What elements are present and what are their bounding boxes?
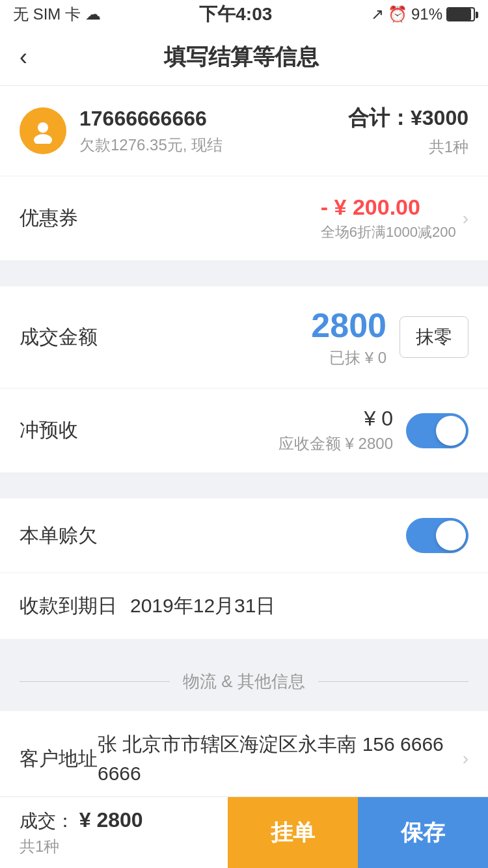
address-row[interactable]: 客户地址 张 北京市市辖区海淀区永丰南 156 6666 6666 › <box>0 711 488 806</box>
toggle-knob <box>436 416 466 446</box>
due-date-value: 2019年12月31日 <box>130 593 275 619</box>
sim-status: 无 SIM 卡 ☁ <box>13 4 101 25</box>
amount-row: 成交金额 2800 已抹 ¥ 0 抹零 <box>0 286 488 388</box>
customer-info: 17666666666 欠款1276.35元, 现结 <box>79 107 348 156</box>
customer-sub-info: 欠款1276.35元, 现结 <box>79 135 348 156</box>
customer-total: 合计：¥3000 共1种 <box>348 104 468 157</box>
section-line-left <box>20 681 170 682</box>
amount-label: 成交金额 <box>20 324 311 351</box>
bottom-sub: 共1种 <box>20 836 208 857</box>
status-bar: 无 SIM 卡 ☁ 下午4:03 ↗ ⏰ 91% <box>0 0 488 29</box>
total-amount: 合计：¥3000 <box>348 104 468 133</box>
address-label: 客户地址 <box>20 746 98 772</box>
bottom-bar: 成交： ¥ 2800 共1种 挂单 保存 <box>0 796 488 868</box>
debt-toggle[interactable] <box>406 518 468 553</box>
prepay-amount: ¥ 0 <box>278 407 393 431</box>
address-value: 张 北京市市辖区海淀区永丰南 156 6666 6666 <box>98 729 463 788</box>
debt-row: 本单赊欠 <box>0 498 488 573</box>
prepay-label: 冲预收 <box>20 417 278 444</box>
round-button[interactable]: 抹零 <box>400 316 468 358</box>
coupon-right: - ¥ 200.00 全场6折满1000减200 › <box>321 195 468 242</box>
coupon-info: - ¥ 200.00 全场6折满1000减200 <box>321 195 456 242</box>
customer-row: 17666666666 欠款1276.35元, 现结 合计：¥3000 共1种 <box>0 86 488 176</box>
prepay-toggle[interactable] <box>406 413 468 448</box>
back-button[interactable]: ‹ <box>20 44 27 71</box>
amount-value-wrap: 2800 已抹 ¥ 0 <box>311 306 386 368</box>
logistics-section-bar: 物流 & 其他信息 <box>0 652 488 711</box>
amount-value: 2800 <box>311 306 386 345</box>
divider-1 <box>0 273 488 286</box>
bottom-prefix: 成交： <box>20 811 74 831</box>
coupon-discount: - ¥ 200.00 <box>321 195 456 220</box>
debt-toggle-knob <box>436 521 466 550</box>
amount-sub: 已抹 ¥ 0 <box>311 347 386 368</box>
coupon-desc: 全场6折满1000减200 <box>321 223 456 242</box>
total-sub: 共1种 <box>348 137 468 157</box>
status-time: 下午4:03 <box>199 2 272 27</box>
address-chevron-icon: › <box>463 748 468 769</box>
pending-button[interactable]: 挂单 <box>228 797 358 869</box>
coupon-row[interactable]: 优惠券 - ¥ 200.00 全场6折满1000减200 › <box>0 176 488 260</box>
section-line-right <box>318 681 468 682</box>
page-title: 填写结算等信息 <box>40 42 442 72</box>
due-date-row: 收款到期日 2019年12月31日 <box>0 573 488 639</box>
svg-point-1 <box>34 134 52 144</box>
debt-label: 本单赊欠 <box>20 522 406 549</box>
prepay-right: ¥ 0 应收金额 ¥ 2800 <box>278 407 468 454</box>
bottom-amount-row: 成交： ¥ 2800 <box>20 808 208 834</box>
due-date-label: 收款到期日 <box>20 593 117 619</box>
address-card: 客户地址 张 北京市市辖区海淀区永丰南 156 6666 6666 › <box>0 711 488 806</box>
prepay-sub: 应收金额 ¥ 2800 <box>278 433 393 454</box>
svg-point-0 <box>38 122 48 133</box>
status-right: ↗ ⏰ 91% <box>371 5 475 23</box>
nav-bar: ‹ 填写结算等信息 <box>0 29 488 86</box>
prepay-amount-wrap: ¥ 0 应收金额 ¥ 2800 <box>278 407 393 454</box>
avatar <box>20 107 66 154</box>
amount-card: 成交金额 2800 已抹 ¥ 0 抹零 冲预收 ¥ 0 应收金额 ¥ 2800 <box>0 286 488 472</box>
alarm-icon: ⏰ <box>388 5 407 23</box>
prepay-row: 冲预收 ¥ 0 应收金额 ¥ 2800 <box>0 388 488 472</box>
coupon-label: 优惠券 <box>20 205 321 232</box>
status-left: 无 SIM 卡 ☁ <box>13 4 101 25</box>
customer-card: 17666666666 欠款1276.35元, 现结 合计：¥3000 共1种 … <box>0 86 488 260</box>
battery-icon <box>446 7 475 21</box>
divider-2 <box>0 485 488 498</box>
bottom-amount: ¥ 2800 <box>79 808 143 832</box>
save-button[interactable]: 保存 <box>358 797 488 869</box>
debt-card: 本单赊欠 收款到期日 2019年12月31日 <box>0 498 488 639</box>
location-icon: ↗ <box>371 5 384 23</box>
amount-right: 2800 已抹 ¥ 0 抹零 <box>311 306 468 368</box>
customer-phone: 17666666666 <box>79 107 348 131</box>
coupon-chevron-icon: › <box>463 208 468 229</box>
logistics-title: 物流 & 其他信息 <box>183 670 305 693</box>
bottom-info: 成交： ¥ 2800 共1种 <box>0 808 228 857</box>
battery-percent: 91% <box>411 5 442 23</box>
